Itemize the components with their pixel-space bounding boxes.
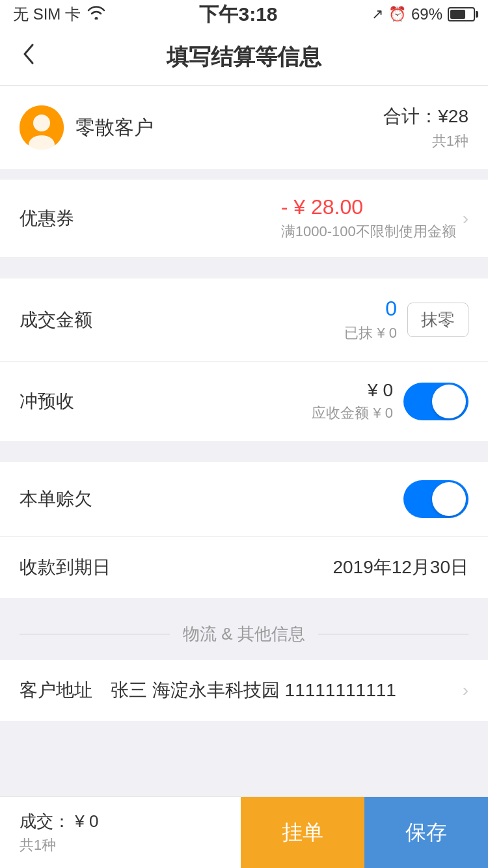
content: 零散客户 合计：¥28 共1种 优惠券 - ¥ 28.00 满1000-100不… [0,86,488,809]
logistics-line-right [318,634,468,634]
bottom-bar: 成交： ¥ 0 共1种 挂单 保存 [0,796,488,868]
coupon-right: - ¥ 28.00 满1000-100不限制使用金额 › [281,195,468,241]
status-left: 无 SIM 卡 [13,4,105,25]
coupon-row[interactable]: 优惠券 - ¥ 28.00 满1000-100不限制使用金额 › [0,180,488,258]
bottom-trade-label: 成交： [20,811,70,831]
svg-point-1 [33,115,50,131]
total-amount: 合计：¥28 [383,104,468,129]
battery-percent: 69% [411,5,442,23]
address-row[interactable]: 客户地址 张三 海淀永丰科技园 11111111111 › [0,660,488,721]
debt-toggle[interactable] [403,480,468,518]
coupon-desc: 满1000-100不限制使用金额 [281,222,456,241]
section-divider-2 [0,452,488,462]
total-count: 共1种 [383,131,468,151]
debt-row: 本单赊欠 [0,462,488,537]
wifi-icon [87,5,105,23]
logistics-line-left [20,634,170,634]
due-date-label: 收款到期日 [20,555,111,580]
bottom-info: 成交： ¥ 0 共1种 [0,797,241,868]
customer-right: 合计：¥28 共1种 [383,104,468,151]
carrier-text: 无 SIM 卡 [13,4,81,25]
hold-button[interactable]: 挂单 [241,797,364,868]
battery-icon [448,7,475,21]
location-icon: ↗ [372,6,383,23]
status-right: ↗ ⏰ 69% [372,5,475,23]
due-date-row: 收款到期日 2019年12月30日 [0,537,488,598]
debt-label: 本单赊欠 [20,487,92,511]
customer-section: 零散客户 合计：¥28 共1种 [0,86,488,169]
customer-row: 零散客户 合计：¥28 共1种 [0,86,488,169]
transaction-value-group: 0 已抹 ¥ 0 [344,297,397,343]
coupon-value-group: - ¥ 28.00 满1000-100不限制使用金额 [281,195,456,241]
advance-value-group: ¥ 0 应收金额 ¥ 0 [312,380,393,423]
debt-section: 本单赊欠 收款到期日 2019年12月30日 [0,462,488,598]
avatar [20,105,64,150]
customer-name: 零散客户 [75,115,154,141]
back-button[interactable] [20,40,38,74]
status-bar: 无 SIM 卡 下午3:18 ↗ ⏰ 69% [0,0,488,29]
round-zero-button[interactable]: 抹零 [407,303,468,337]
due-date-value: 2019年12月30日 [332,555,468,580]
address-label: 客户地址 [20,678,98,703]
transaction-label: 成交金额 [20,308,92,332]
coupon-section[interactable]: 优惠券 - ¥ 28.00 满1000-100不限制使用金额 › [0,180,488,258]
advance-toggle[interactable] [403,383,468,420]
transaction-sub-text: 已抹 ¥ 0 [344,323,397,343]
logistics-header: 物流 & 其他信息 [0,608,488,660]
advance-sub-text: 应收金额 ¥ 0 [312,403,393,423]
transaction-right: 0 已抹 ¥ 0 抹零 [344,297,468,343]
nav-bar: 填写结算等信息 [0,29,488,86]
page-title: 填写结算等信息 [167,42,321,72]
bottom-trade: 成交： ¥ 0 [20,810,241,833]
advance-row: 冲预收 ¥ 0 应收金额 ¥ 0 [0,362,488,441]
address-chevron-icon: › [463,680,468,701]
transaction-amount-input[interactable]: 0 [358,297,397,321]
alarm-icon: ⏰ [388,6,406,23]
advance-amount: ¥ 0 [312,380,393,401]
advance-label: 冲预收 [20,389,74,414]
bottom-trade-value: ¥ 0 [75,811,98,831]
address-section[interactable]: 客户地址 张三 海淀永丰科技园 11111111111 › [0,660,488,721]
bottom-count: 共1种 [20,835,241,855]
logistics-label: 物流 & 其他信息 [170,623,318,645]
debt-right [403,480,468,518]
debt-toggle-knob [432,482,466,516]
customer-left: 零散客户 [20,105,154,150]
save-button[interactable]: 保存 [364,797,488,868]
coupon-label: 优惠券 [20,206,74,231]
save-button-label: 保存 [405,819,447,847]
transaction-row: 成交金额 0 已抹 ¥ 0 抹零 [0,278,488,362]
section-divider-1 [0,268,488,278]
hold-button-label: 挂单 [282,819,323,847]
transaction-section: 成交金额 0 已抹 ¥ 0 抹零 冲预收 ¥ 0 应收金额 ¥ 0 [0,278,488,441]
advance-right: ¥ 0 应收金额 ¥ 0 [312,380,468,423]
coupon-amount: - ¥ 28.00 [281,195,456,219]
address-value: 张三 海淀永丰科技园 11111111111 [98,678,456,703]
toggle-knob [432,385,466,418]
coupon-chevron-icon: › [463,208,468,229]
status-time: 下午3:18 [199,1,277,28]
